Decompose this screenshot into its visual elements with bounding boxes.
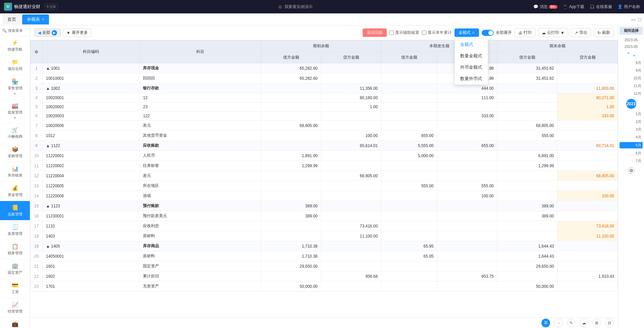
demo-text[interactable]: 我要看实例演示: [284, 4, 313, 10]
dropdown-item-1[interactable]: 数量金额式: [455, 50, 488, 62]
table-row[interactable]: 15 ▲ 1123 预付账款 389.00 389.00: [31, 201, 618, 211]
table-row[interactable]: 7 10020006 差元 68,805.00 68,805.00: [31, 121, 618, 131]
row-subject[interactable]: 累计折旧: [140, 271, 261, 281]
row-code[interactable]: 1132: [43, 221, 140, 231]
table-row[interactable]: 9 ▲ 1122 应收账款 65,614.01 5,555.00 655.00 …: [31, 141, 618, 151]
sidebar-search[interactable]: 🔍 搜索菜单: [0, 25, 30, 36]
sidebar-item-capital[interactable]: 💰 资金管理: [0, 182, 30, 201]
show-assist-input[interactable]: [389, 30, 394, 35]
row-code[interactable]: 11230001: [43, 211, 140, 221]
period-11[interactable]: 11月: [620, 83, 643, 89]
period-6[interactable]: 6月: [620, 150, 643, 156]
cloud-print-btn[interactable]: ☁ 云打印 ▼: [538, 28, 568, 37]
row-subject[interactable]: 差元: [140, 121, 261, 131]
col-settings-header[interactable]: ⚙: [31, 41, 43, 63]
table-row[interactable]: 13 11220005 所在地区 555.00 555.00: [31, 181, 618, 191]
period-12[interactable]: 12月: [620, 90, 643, 97]
dropdown-item-3[interactable]: 数量外币式: [455, 73, 488, 84]
row-code[interactable]: ▲ 1001: [43, 63, 140, 73]
row-code[interactable]: 10020001: [43, 93, 140, 103]
sidebar-item-project[interactable]: 📁 项目合同: [0, 56, 30, 75]
tab-close-icon[interactable]: ×: [42, 17, 44, 22]
table-row[interactable]: 6 10020003 122 333.00 333.00: [31, 112, 618, 121]
row-subject[interactable]: 原材料: [140, 231, 261, 241]
refresh-btn[interactable]: ↻ 刷新: [594, 28, 614, 37]
sidebar-item-assets[interactable]: 🏢 固定资产: [0, 259, 30, 279]
row-subject[interactable]: 应收利息: [140, 221, 261, 231]
table-row[interactable]: 14 11220006 游戏 100.00 100.00: [31, 191, 618, 201]
table-row[interactable]: 20 14050001 原材料 1,710.38 65.95 1,644.43: [31, 251, 618, 261]
period-year-2023[interactable]: 2023: [626, 99, 636, 109]
table-row[interactable]: 19 ▲ 1405 库存商品 1,710.38 65.95 1,644.43: [31, 241, 618, 251]
period-8[interactable]: 8月: [620, 60, 643, 66]
row-code[interactable]: ▲ 1122: [43, 141, 140, 151]
table-row[interactable]: 4 10020001 12 80,160.00 111.00 80,271.00: [31, 93, 618, 103]
row-subject[interactable]: 应收账款: [140, 141, 261, 151]
row-code[interactable]: 10020006: [43, 121, 140, 131]
table-row[interactable]: 17 1132 应收利息 73,416.00 73,416.00: [31, 221, 618, 231]
message-btn[interactable]: 💬 消息 99+: [533, 4, 557, 10]
row-code[interactable]: ▲ 1405: [43, 241, 140, 251]
online-service-btn[interactable]: 🎧 在线客服: [590, 4, 612, 10]
sidebar-item-tax[interactable]: 📋 税务管理: [0, 240, 30, 259]
grid-btn[interactable]: ⊞: [592, 319, 601, 327]
row-subject[interactable]: 12: [140, 93, 261, 103]
row-code[interactable]: 1701: [43, 281, 140, 291]
row-code[interactable]: ▲ 1123: [43, 201, 140, 211]
table-row[interactable]: 23 1701 无形资产 50,000.00 50,000.00: [31, 281, 618, 291]
row-subject[interactable]: 回回回: [140, 73, 261, 83]
sidebar-item-ops[interactable]: 📈 经营管理: [0, 298, 30, 318]
table-row[interactable]: 2 10010001 回回回 65,282.60 33,830.98 31,45…: [31, 73, 618, 83]
user-avatar[interactable]: 👤 用户名称: [618, 4, 640, 10]
cloud-btn[interactable]: ☁: [580, 319, 588, 327]
row-subject[interactable]: 预付款差美元: [140, 211, 261, 221]
row-subject[interactable]: 库存商品: [140, 241, 261, 251]
window-minimize[interactable]: —: [631, 17, 636, 22]
arrow-btn[interactable]: →: [554, 319, 563, 327]
period-3[interactable]: 3月: [620, 126, 643, 133]
back-btn[interactable]: 退回旧版: [363, 28, 387, 37]
sidebar-item-quick-nav[interactable]: ⚡ 快捷导航: [0, 36, 30, 56]
minus-btn[interactable]: ⊟: [605, 319, 614, 327]
row-code[interactable]: 11220004: [43, 171, 140, 181]
row-subject[interactable]: 差元: [140, 171, 261, 181]
sidebar-item-wholesale[interactable]: 🏭 批发管理 ▼: [0, 99, 30, 123]
table-row[interactable]: 3 ▲ 1002 银行存款 11,356.00 444.00 11,800.00: [31, 83, 618, 93]
app-download-btn[interactable]: 📱 App下载: [563, 4, 584, 10]
tab-balance[interactable]: 余额表 ×: [22, 14, 49, 24]
period-7[interactable]: 7月: [620, 158, 643, 164]
sidebar-item-sales[interactable]: 💼 小畅报销: [0, 318, 30, 328]
row-code[interactable]: 1012: [43, 131, 140, 141]
breadcrumb-btn[interactable]: ◀ 全部 ▶: [34, 28, 61, 37]
show-ytd-input[interactable]: [422, 30, 426, 35]
period-collapse-btn[interactable]: ⊙: [628, 167, 635, 174]
row-subject[interactable]: 所在地区: [140, 181, 261, 191]
table-row[interactable]: 5 10020002 23 1.00 1.00: [31, 103, 618, 112]
table-row[interactable]: 1 ▲ 1001 库存现金 65,282.60 33,830.98 31,451…: [31, 63, 618, 73]
row-subject[interactable]: 固定资产: [140, 261, 261, 271]
sidebar-item-ledger[interactable]: 📒 总账管理: [0, 201, 30, 220]
sidebar-item-inventory[interactable]: 📊 库存核算: [0, 162, 30, 182]
toggle-switch[interactable]: [482, 30, 494, 36]
period-9[interactable]: 9月: [620, 67, 643, 74]
mode-btn[interactable]: 金额式 ∧: [454, 28, 479, 37]
row-code[interactable]: 1602: [43, 271, 140, 281]
sidebar-item-ecommerce[interactable]: 🛒 小畅电商: [0, 123, 30, 143]
window-maximize[interactable]: □: [639, 17, 641, 22]
row-subject[interactable]: 无形资产: [140, 281, 261, 291]
row-code[interactable]: 1601: [43, 261, 140, 271]
dropdown-item-0[interactable]: 金额式: [455, 39, 488, 50]
row-subject[interactable]: 游戏: [140, 191, 261, 201]
table-row[interactable]: 16 11230001 预付款差美元 389.00 389.00: [31, 211, 618, 221]
table-row[interactable]: 8 1012 其他货币资金 100.00 655.00 555.00: [31, 131, 618, 141]
row-subject[interactable]: 23: [140, 103, 261, 112]
period-1[interactable]: 1月: [620, 111, 643, 117]
period-4[interactable]: 4月: [620, 134, 643, 140]
row-code[interactable]: 10010001: [43, 73, 140, 83]
show-assist-checkbox[interactable]: 显示辅助核算: [389, 30, 419, 36]
expand-btn[interactable]: ▼ 展开更多: [63, 28, 92, 37]
table-row[interactable]: 12 11220004 差元 68,805.00 68,805.00: [31, 171, 618, 181]
tab-home[interactable]: 首页: [3, 14, 21, 24]
sidebar-item-purchase[interactable]: 📦 采购管理: [0, 143, 30, 162]
dropdown-item-2[interactable]: 外币金额式: [455, 62, 488, 73]
